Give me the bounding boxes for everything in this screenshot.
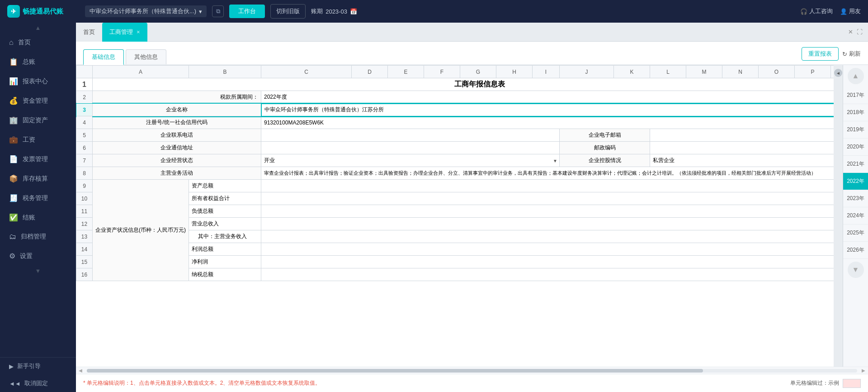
- sidebar-item-invoice[interactable]: 📄 发票管理: [0, 149, 76, 169]
- sidebar-item-unpin[interactable]: ◄◄ 取消固定: [0, 375, 76, 392]
- sidebar-item-settings[interactable]: ⚙ 设置: [0, 246, 76, 266]
- sheet-table: A B C D E F G H I J K L M: [76, 65, 834, 281]
- tab-home[interactable]: 首页: [76, 23, 102, 42]
- right-expand-panel: ◄: [834, 65, 843, 367]
- calendar-icon[interactable]: 📅: [350, 8, 357, 15]
- sidebar-item-fund[interactable]: 💰 资金管理: [0, 91, 76, 110]
- sidebar-label-ledger: 总账: [23, 58, 35, 66]
- hscrollbar[interactable]: ◄ ►: [76, 367, 868, 374]
- tabbar: 首页 工商管理 × ✕ ⛶: [76, 23, 868, 42]
- sidebar-label-settings: 设置: [20, 252, 33, 260]
- sidebar-item-report[interactable]: 📊 报表中心: [0, 72, 76, 91]
- col-header-q: Q: [831, 66, 834, 78]
- topbar-right: 🎧 人工咨询 👤 用友: [800, 7, 861, 15]
- user-menu[interactable]: 👤 用友: [840, 7, 861, 15]
- refresh-button[interactable]: ↻ 刷新: [842, 50, 861, 58]
- subtab-basic[interactable]: 基础信息: [83, 49, 124, 65]
- net-profit-label: 净利润: [189, 256, 261, 268]
- content-area: 基础信息 其他信息 重置报表 ↻ 刷新 A: [76, 42, 868, 392]
- sidebar-item-asset[interactable]: 🏢 固定资产: [0, 110, 76, 130]
- sidebar-item-inventory[interactable]: 📦 库存核算: [0, 169, 76, 188]
- year-item-2026[interactable]: 2026年: [843, 242, 868, 259]
- year-sidebar: ▲ 2017年 2018年 2019年 2020年 2021年 2022年 20…: [843, 65, 868, 367]
- sheet-title-cell[interactable]: 工商年报信息表: [93, 78, 834, 91]
- col-header-l: L: [650, 66, 686, 78]
- row-num-15: 15: [76, 256, 93, 268]
- total-assets-value[interactable]: [261, 180, 834, 192]
- sidebar-scroll-up[interactable]: ▲: [0, 23, 76, 33]
- copy-icon[interactable]: ⧉: [212, 5, 224, 17]
- table-row: 3 企业名称 中审众环会计师事务所（特殊普通合伙）江苏分所: [76, 104, 834, 116]
- revenue-value[interactable]: [261, 218, 834, 230]
- business-value-cell[interactable]: 审查企业会计报表；出具审计报告；验证企业资本；出具验资报告；办理企业合并、分立、…: [261, 167, 834, 180]
- sidebar-label-checkout: 结账: [23, 214, 35, 222]
- col-header-o: O: [759, 66, 795, 78]
- liabilities-label: 负债总额: [189, 205, 261, 218]
- period-value-cell[interactable]: 2022年度: [261, 91, 834, 104]
- postcode-value-cell[interactable]: [650, 142, 834, 154]
- sidebar-item-guide[interactable]: ▶ 新手引导: [0, 358, 76, 375]
- row-num-12: 12: [76, 218, 93, 230]
- company-value-cell[interactable]: 中审众环会计师事务所（特殊普通合伙）江苏分所: [261, 104, 834, 116]
- address-value-cell[interactable]: [261, 142, 560, 154]
- consult-button[interactable]: 🎧 人工咨询: [800, 7, 833, 15]
- hscroll-track[interactable]: [87, 369, 857, 373]
- spreadsheet-container[interactable]: A B C D E F G H I J K L M: [76, 65, 834, 367]
- status-value-cell[interactable]: 开业 ▼: [261, 154, 560, 167]
- business-label-cell: 主营业务活动: [93, 167, 261, 180]
- workbench-button[interactable]: 工作台: [229, 5, 265, 18]
- oldversion-button[interactable]: 切到旧版: [270, 4, 306, 19]
- hscroll-left-icon[interactable]: ◄: [76, 367, 85, 374]
- tax-value[interactable]: [261, 268, 834, 281]
- profit-value[interactable]: [261, 243, 834, 256]
- sidebar-item-home[interactable]: ⌂ 首页: [0, 33, 76, 52]
- year-item-2023[interactable]: 2023年: [843, 190, 868, 207]
- guide-label: 新手引导: [17, 362, 41, 370]
- regcode-value-cell[interactable]: 91320100MA208E5W6K: [261, 116, 834, 129]
- row-num-1: 1: [76, 78, 93, 91]
- total-assets-label: 资产总额: [189, 180, 261, 192]
- year-item-2021[interactable]: 2021年: [843, 156, 868, 173]
- year-expand-bottom-icon[interactable]: ▼: [848, 262, 864, 278]
- window-close-icon[interactable]: ✕: [848, 29, 853, 35]
- subtab-other[interactable]: 其他信息: [126, 49, 166, 64]
- tax-icon: 🧾: [9, 194, 18, 202]
- phone-value-cell[interactable]: [261, 129, 560, 142]
- sidebar-item-salary[interactable]: 💼 工资: [0, 130, 76, 149]
- reset-button[interactable]: 重置报表: [802, 47, 839, 61]
- row-num-11: 11: [76, 205, 93, 218]
- year-expand-top-icon[interactable]: ▲: [848, 68, 864, 84]
- year-item-2017[interactable]: 2017年: [843, 87, 868, 104]
- period-label-cell: 税款所属期间：: [93, 91, 261, 104]
- liabilities-value[interactable]: [261, 205, 834, 218]
- year-item-2020[interactable]: 2020年: [843, 139, 868, 156]
- main-revenue-value[interactable]: [261, 230, 834, 243]
- hscroll-thumb[interactable]: [87, 369, 703, 373]
- holding-value-cell[interactable]: 私营企业: [650, 154, 834, 167]
- equity-value[interactable]: [261, 192, 834, 205]
- year-item-2024[interactable]: 2024年: [843, 207, 868, 225]
- sidebar-item-ledger[interactable]: 📋 总账: [0, 52, 76, 72]
- email-value-cell[interactable]: [650, 129, 834, 142]
- window-maximize-icon[interactable]: ⛶: [857, 29, 863, 35]
- hscroll-right-icon[interactable]: ►: [859, 367, 868, 374]
- year-item-2018[interactable]: 2018年: [843, 104, 868, 121]
- sidebar-scroll-down[interactable]: ▼: [0, 266, 76, 276]
- sidebar-item-archive[interactable]: 🗂 归档管理: [0, 227, 76, 246]
- sidebar-item-checkout[interactable]: ✅ 结账: [0, 208, 76, 227]
- address-label-cell: 企业通信地址: [93, 142, 261, 154]
- tab-gongshang[interactable]: 工商管理 ×: [102, 23, 147, 42]
- sidebar-item-tax[interactable]: 🧾 税务管理: [0, 188, 76, 208]
- table-row: 14 利润总额: [76, 243, 834, 256]
- col-header-n: N: [722, 66, 759, 78]
- net-profit-value[interactable]: [261, 256, 834, 268]
- regcode-label-cell: 注册号/统一社会信用代码: [93, 116, 261, 129]
- close-icon[interactable]: ×: [137, 29, 140, 35]
- year-item-2025[interactable]: 2025年: [843, 225, 868, 242]
- col-header-k: K: [614, 66, 650, 78]
- year-item-2022[interactable]: 2022年: [843, 173, 868, 190]
- expand-left-icon[interactable]: ◄: [834, 69, 842, 77]
- company-selector[interactable]: 中审众环会计师事务所（特殊普通合伙...) ▾: [85, 5, 207, 17]
- year-item-2019[interactable]: 2019年: [843, 121, 868, 139]
- table-row: 9 企业资产状况信息(币种：人民币万元) 资产总额: [76, 180, 834, 192]
